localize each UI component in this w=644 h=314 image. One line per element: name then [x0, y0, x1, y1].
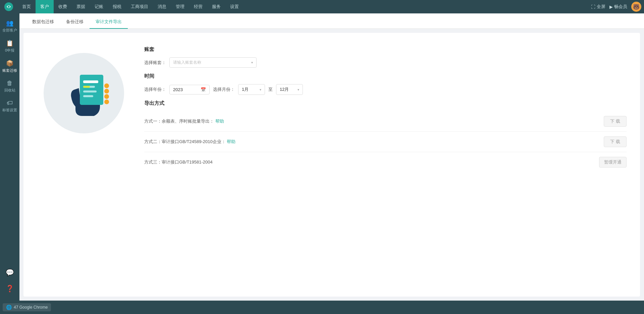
year-input[interactable]: 2023 📅 — [169, 85, 210, 95]
start-month-select[interactable]: 1月 ▾ — [238, 84, 265, 95]
calendar-icon: 📅 — [201, 87, 206, 92]
nav-operate[interactable]: 经营 — [189, 0, 207, 13]
tab-backup-migration[interactable]: 备份迁移 — [60, 15, 90, 29]
taskbar-item-label: 47 Google Chrome — [14, 305, 48, 310]
account-form-row: 选择账套： 请输入账套名称 ▾ — [144, 57, 627, 68]
illustration-area — [37, 43, 131, 133]
export-section-title: 导出方式 — [144, 100, 627, 107]
nav-manage[interactable]: 管理 — [171, 0, 189, 13]
taskbar: 🌐 47 Google Chrome — [0, 301, 644, 314]
member-label: 畅会员 — [614, 4, 627, 10]
time-section-title: 时间 — [144, 73, 627, 79]
top-navigation: 首页 客户 收费 票据 记账 报税 工商项目 消息 管理 经营 服务 设置 ⛶ … — [0, 0, 644, 13]
sidebar-item-recycle[interactable]: 🗑 回收站 — [0, 76, 19, 96]
account-section-title: 账套 — [144, 46, 627, 53]
svg-rect-5 — [83, 90, 97, 92]
chrome-icon: 🌐 — [6, 305, 12, 310]
fullscreen-label: 全屏 — [597, 4, 605, 10]
sidebar-label-recycle: 回收站 — [4, 88, 15, 93]
nav-settings[interactable]: 设置 — [225, 0, 244, 13]
sidebar-bottom-icon-1[interactable]: 💬 — [4, 266, 15, 279]
year-label: 选择年份： — [144, 86, 166, 92]
audit-illustration — [57, 63, 111, 123]
migration-icon: 📦 — [6, 60, 13, 67]
account-select-input[interactable]: 请输入账套名称 ▾ — [169, 57, 257, 68]
sidebar-item-zero-declaration[interactable]: 📋 0申报 — [0, 36, 19, 56]
svg-point-8 — [104, 89, 109, 93]
method1-label: 方式一：余额表、序时账批量导出： — [144, 119, 214, 124]
declaration-icon: 📋 — [6, 40, 13, 47]
account-chevron-icon: ▾ — [251, 61, 253, 64]
main-layout: 👥 全部客户 📋 0申报 📦 账套迁移 🗑 回收站 🏷 标签设置 💬 ❓ 数据包… — [0, 13, 644, 301]
method2-download-button[interactable]: 下 载 — [604, 136, 627, 147]
start-month-chevron-icon: ▾ — [260, 88, 261, 91]
page-content: 账套 选择账套： 请输入账套名称 ▾ 时间 选择年份： 2023 📅 — [23, 33, 640, 297]
content-area: 数据包迁移 备份迁移 审计文件导出 — [19, 13, 644, 301]
fullscreen-icon: ⛶ — [591, 4, 595, 9]
end-month-chevron-icon: ▾ — [298, 88, 299, 91]
sidebar-label-declaration: 0申报 — [5, 48, 14, 53]
method1-download-button[interactable]: 下 载 — [604, 116, 627, 127]
svg-rect-11 — [83, 86, 90, 88]
nav-bookkeeping[interactable]: 记账 — [90, 0, 108, 13]
tab-data-migration[interactable]: 数据包迁移 — [26, 15, 60, 29]
year-value: 2023 — [173, 87, 183, 92]
export-method-3: 方式三：审计接口GB/T19581-2004 暂缓开通 — [144, 152, 627, 172]
sidebar-label-tags: 标签设置 — [2, 108, 17, 113]
recycle-icon: 🗑 — [7, 80, 13, 87]
sidebar-item-account-migration[interactable]: 📦 账套迁移 — [0, 56, 19, 76]
sidebar-label-customers: 全部客户 — [2, 28, 17, 33]
svg-rect-2 — [80, 75, 103, 105]
nav-business[interactable]: 工商项目 — [126, 0, 153, 13]
svg-point-10 — [104, 100, 109, 104]
svg-point-9 — [104, 94, 109, 99]
svg-rect-3 — [83, 80, 98, 83]
customers-icon: 👥 — [6, 19, 13, 27]
nav-customer[interactable]: 客户 — [36, 0, 54, 13]
app-logo[interactable] — [3, 1, 15, 13]
sidebar-item-all-customers[interactable]: 👥 全部客户 — [0, 16, 19, 36]
user-avatar[interactable]: 🐻 — [631, 2, 641, 12]
nav-items: 首页 客户 收费 票据 记账 报税 工商项目 消息 管理 经营 服务 设置 — [17, 0, 591, 13]
nav-message[interactable]: 消息 — [153, 0, 171, 13]
svg-rect-6 — [83, 95, 93, 97]
nav-billing[interactable]: 收费 — [54, 0, 72, 13]
nav-service[interactable]: 服务 — [207, 0, 225, 13]
form-area: 账套 选择账套： 请输入账套名称 ▾ 时间 选择年份： 2023 📅 — [144, 43, 627, 172]
end-month-value: 12月 — [280, 86, 289, 92]
fullscreen-button[interactable]: ⛶ 全屏 — [591, 4, 605, 10]
method2-help-link[interactable]: 帮助 — [227, 139, 235, 144]
start-month-value: 1月 — [242, 86, 249, 92]
account-label: 选择账套： — [144, 60, 166, 66]
nav-tax[interactable]: 报税 — [108, 0, 126, 13]
export-section: 方式一：余额表、序时账批量导出： 帮助 下 载 方式二：审计接口GB/T2458… — [144, 111, 627, 172]
sidebar-bottom: 💬 ❓ — [4, 266, 15, 301]
nav-invoice[interactable]: 票据 — [72, 0, 90, 13]
nav-right: ⛶ 全屏 ▶ 畅会员 🐻 — [591, 2, 641, 12]
end-month-select[interactable]: 12月 ▾ — [276, 84, 303, 95]
account-placeholder: 请输入账套名称 — [173, 60, 201, 65]
tag-icon: 🏷 — [7, 100, 13, 107]
method2-label: 方式二：审计接口GB/T24589-2010企业： — [144, 139, 226, 144]
month-label: 选择月份： — [213, 86, 235, 92]
method1-help-link[interactable]: 帮助 — [215, 119, 224, 124]
method1-text: 方式一：余额表、序时账批量导出： 帮助 — [144, 118, 224, 124]
method3-label: 方式三：审计接口GB/T19581-2004 — [144, 160, 213, 165]
sidebar-item-tag-settings[interactable]: 🏷 标签设置 — [0, 96, 19, 116]
sidebar: 👥 全部客户 📋 0申报 📦 账套迁移 🗑 回收站 🏷 标签设置 💬 ❓ — [0, 13, 19, 301]
svg-point-1 — [8, 6, 10, 8]
export-method-1: 方式一：余额表、序时账批量导出： 帮助 下 载 — [144, 111, 627, 132]
to-label: 至 — [268, 86, 273, 92]
member-button[interactable]: ▶ 畅会员 — [609, 4, 627, 10]
method3-open-button[interactable]: 暂缓开通 — [599, 157, 627, 168]
play-icon: ▶ — [609, 4, 613, 9]
method2-text: 方式二：审计接口GB/T24589-2010企业： 帮助 — [144, 139, 235, 145]
sidebar-label-migration: 账套迁移 — [2, 68, 17, 73]
taskbar-chrome-item[interactable]: 🌐 47 Google Chrome — [3, 303, 51, 311]
nav-home[interactable]: 首页 — [17, 0, 36, 13]
method3-text: 方式三：审计接口GB/T19581-2004 — [144, 159, 213, 165]
sidebar-bottom-icon-2[interactable]: ❓ — [4, 282, 15, 295]
export-method-2: 方式二：审计接口GB/T24589-2010企业： 帮助 下 载 — [144, 132, 627, 152]
tab-audit-export[interactable]: 审计文件导出 — [90, 15, 128, 29]
illustration-circle — [44, 53, 124, 133]
